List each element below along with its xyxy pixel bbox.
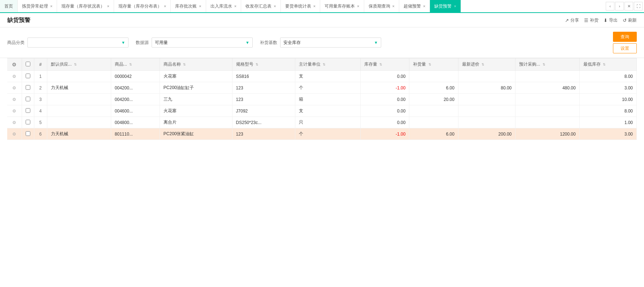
tab-close-requisition[interactable]: × [313, 4, 316, 8]
row-gear[interactable]: ⚙ [7, 82, 22, 94]
tab-expand[interactable]: ⛶ [634, 2, 643, 10]
tab-scroll-left[interactable]: ‹ [606, 2, 614, 10]
row-checkbox[interactable] [26, 108, 30, 113]
tab-available[interactable]: 可用量库存账本 × [320, 0, 364, 12]
tab-label: 库存批次账 [175, 3, 197, 9]
tab-home[interactable]: 首页 [0, 0, 18, 12]
share-button[interactable]: ↗ 分享 [565, 17, 579, 23]
tab-close-summary[interactable]: × [274, 4, 276, 8]
settings-button[interactable]: 设置 [613, 43, 637, 53]
row-replenish [409, 105, 458, 117]
tab-overstock[interactable]: 超储预警 × [399, 0, 430, 12]
th-est-purchase[interactable]: 预计采购... ⇅ [515, 58, 579, 71]
settings-icon[interactable]: ⚙ [12, 62, 17, 67]
filter-replenish-group: 补货基数 安全库存 ▼ [260, 37, 381, 48]
replenish-label: 补货基数 [260, 40, 277, 46]
row-checkbox[interactable] [26, 120, 30, 124]
row-gear[interactable]: ⚙ [7, 105, 22, 117]
row-name: 三九 [160, 94, 232, 105]
tab-picking[interactable]: 拣货异常处理 × [18, 0, 57, 12]
replenish-button[interactable]: ☰ 补货 [584, 17, 599, 23]
row-checkbox[interactable] [26, 74, 30, 78]
row-unit: 支 [295, 105, 360, 117]
row-gear[interactable]: ⚙ [7, 128, 22, 140]
tab-expiry[interactable]: 保质期查询 × [364, 0, 399, 12]
tab-stock-status[interactable]: 现存量（库存状况表） × [57, 0, 114, 12]
th-unit[interactable]: 主计量单位 ⇅ [295, 58, 360, 71]
row-latest-price [458, 117, 515, 128]
tab-close-flow[interactable]: × [234, 4, 236, 8]
row-est-purchase [515, 71, 579, 82]
row-replenish: 20.00 [409, 94, 458, 105]
row-replenish [409, 117, 458, 128]
th-replenish[interactable]: 补货量 ⇅ [409, 58, 458, 71]
select-all-checkbox[interactable] [26, 62, 30, 66]
filter-bar: 商品分类 ▼ 数据源 可用量 ▼ 补货基数 安全库存 ▼ 查询 设置 [0, 27, 644, 58]
th-supplier[interactable]: 默认供应... ⇅ [47, 58, 111, 71]
page-title: 缺货预警 [7, 17, 30, 24]
row-replenish [409, 71, 458, 82]
row-checkbox-cell[interactable] [22, 117, 34, 128]
tab-flow[interactable]: 出入库流水 × [206, 0, 241, 12]
tab-stock-dist[interactable]: 现存量（库存分布表） × [114, 0, 171, 12]
row-checkbox[interactable] [26, 97, 30, 101]
category-arrow-icon: ▼ [121, 40, 125, 45]
row-spec: 123 [232, 94, 295, 105]
tab-close-overstock[interactable]: × [423, 4, 425, 8]
replenish-select[interactable]: 安全库存 ▼ [280, 37, 381, 48]
row-checkbox-cell[interactable] [22, 94, 34, 105]
th-gear[interactable]: ⚙ [7, 58, 22, 71]
export-button[interactable]: ⬇ 导出 [604, 17, 618, 23]
row-est-purchase [515, 105, 579, 117]
tab-close-picking[interactable]: × [50, 4, 52, 8]
th-name[interactable]: 商品名称 ⇅ [160, 58, 232, 71]
minstock-sort-icon: ⇅ [603, 63, 606, 66]
th-spec[interactable]: 规格型号 ⇅ [232, 58, 295, 71]
share-label: 分享 [570, 17, 579, 23]
tab-batch[interactable]: 库存批次账 × [171, 0, 206, 12]
tab-close-stock-status[interactable]: × [107, 4, 109, 8]
tab-controls: ‹ › ✕ ⛶ [606, 2, 644, 10]
tab-close-all[interactable]: ✕ [625, 2, 633, 10]
row-gear[interactable]: ⚙ [7, 71, 22, 82]
tab-close-available[interactable]: × [357, 4, 359, 8]
tab-close-expiry[interactable]: × [392, 4, 395, 8]
row-checkbox[interactable] [26, 131, 30, 136]
th-min-stock[interactable]: 最低库存 ⇅ [579, 58, 636, 71]
tab-shortage[interactable]: 缺货预警 × [430, 0, 461, 12]
tab-scroll-right[interactable]: › [615, 2, 624, 10]
category-select[interactable]: ▼ [27, 37, 129, 48]
query-button[interactable]: 查询 [613, 32, 637, 42]
row-stock: 0.00 [360, 117, 409, 128]
row-unit: 个 [295, 128, 360, 140]
tab-close-batch[interactable]: × [199, 4, 201, 8]
row-checkbox-cell[interactable] [22, 71, 34, 82]
replenish-arrow-icon: ▼ [374, 40, 378, 45]
th-code[interactable]: 商品... ⇅ [111, 58, 160, 71]
row-gear[interactable]: ⚙ [7, 94, 22, 105]
tab-requisition[interactable]: 要货单统计表 × [281, 0, 320, 12]
row-checkbox-cell[interactable] [22, 105, 34, 117]
main-table: ⚙ # 默认供应... ⇅ 商品... ⇅ 商品名称 [7, 58, 637, 140]
datasource-select[interactable]: 可用量 ▼ [152, 37, 253, 48]
row-stock: 0.00 [360, 94, 409, 105]
row-gear[interactable]: ⚙ [7, 117, 22, 128]
row-checkbox-cell[interactable] [22, 128, 34, 140]
row-checkbox[interactable] [26, 85, 30, 90]
th-checkbox[interactable] [22, 58, 34, 71]
row-gear-icon: ⚙ [12, 132, 16, 137]
th-stock[interactable]: 库存量 ⇅ [360, 58, 409, 71]
row-code: 004800... [111, 117, 160, 128]
row-latest-price [458, 94, 515, 105]
row-checkbox-cell[interactable] [22, 82, 34, 94]
th-latest-price[interactable]: 最新进价 ⇅ [458, 58, 515, 71]
row-unit: 只 [295, 117, 360, 128]
tab-summary[interactable]: 收发存汇总表 × [241, 0, 280, 12]
row-latest-price: 80.00 [458, 82, 515, 94]
tab-close-stock-dist[interactable]: × [164, 4, 166, 8]
row-est-purchase [515, 117, 579, 128]
row-gear-icon: ⚙ [12, 120, 16, 125]
refresh-button[interactable]: ↺ 刷新 [623, 17, 637, 23]
tab-label: 要货单统计表 [285, 3, 311, 9]
tab-close-shortage[interactable]: × [454, 4, 456, 8]
